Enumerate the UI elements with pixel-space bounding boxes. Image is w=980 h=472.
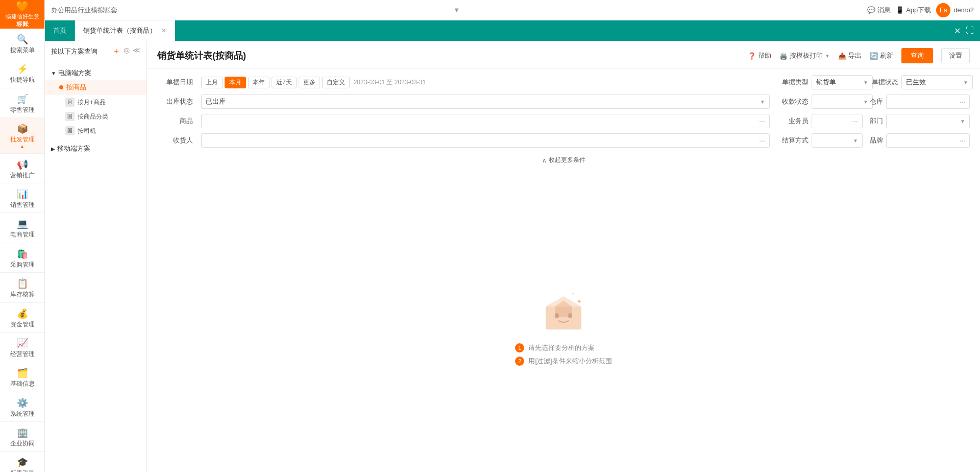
logo-name: 标账 <box>16 20 29 29</box>
date-btn-last-7-days[interactable]: 近7天 <box>272 77 297 88</box>
template-print-btn[interactable]: 🖨️ 按模板打印 ▼ <box>779 51 830 60</box>
user-avatar: Ea <box>936 3 950 17</box>
help-btn[interactable]: ❓ 帮助 <box>748 51 771 60</box>
date-btn-last-month[interactable]: 上月 <box>201 77 223 88</box>
receiver-input[interactable]: ··· <box>201 133 770 148</box>
sidebar-label-purchase: 采购管理 <box>10 261 35 268</box>
department-group: 部门 ▼ <box>868 114 970 128</box>
scheme-add-icon[interactable]: ＋ <box>112 46 120 57</box>
export-btn[interactable]: 📤 导出 <box>838 51 862 60</box>
step-2-num: 2 <box>515 357 524 366</box>
template-print-chevron-icon: ▼ <box>825 53 830 59</box>
payment-method-chevron-icon: ▼ <box>853 138 858 144</box>
sidebar-label-ecommerce: 电商管理 <box>10 231 35 238</box>
message-btn[interactable]: 💬 消息 <box>867 6 891 15</box>
sidebar-item-retail[interactable]: 🛒 零售管理 <box>0 88 45 118</box>
sidebar-label-retail: 零售管理 <box>10 106 35 113</box>
scheme-edit-icon[interactable]: ◎ <box>124 46 130 57</box>
tab-home[interactable]: 首页 <box>45 20 75 41</box>
sidebar-label-inventory: 库存核算 <box>10 291 35 298</box>
account-dropdown-icon[interactable]: ▼ <box>453 6 460 14</box>
scheme-item-by-month-product[interactable]: 月 按月+商品 <box>45 95 146 109</box>
sidebar-item-search-menu[interactable]: 🔍 搜索菜单 <box>0 29 45 58</box>
doc-status-select[interactable]: 已生效 ▼ <box>901 75 973 89</box>
tab-fullscreen-icon[interactable]: ⛶ <box>966 26 974 35</box>
message-label: 消息 <box>877 6 891 15</box>
date-btn-more[interactable]: 更多 <box>299 77 320 88</box>
sidebar-item-ecommerce[interactable]: 💻 电商管理 <box>0 213 45 243</box>
sidebar-item-newbie[interactable]: 🎓 新手引导 <box>0 452 45 472</box>
date-btn-this-year[interactable]: 本年 <box>248 77 270 88</box>
app-download-label: App下载 <box>906 6 931 15</box>
date-label: 单据日期 <box>157 78 193 87</box>
out-status-select[interactable]: 已出库 ▼ <box>201 95 770 109</box>
user-menu-btn[interactable]: Ea demo2 <box>936 3 974 17</box>
ecommerce-icon: 💻 <box>17 218 28 229</box>
user-name-label: demo2 <box>953 6 974 14</box>
doc-type-label: 单据类型 <box>778 78 808 87</box>
sidebar-item-quick-nav[interactable]: ⚡ 快捷导航 <box>0 58 45 88</box>
warehouse-select[interactable]: ··· <box>886 95 970 109</box>
tab-close-all-icon[interactable]: ✕ <box>954 26 961 36</box>
doc-type-select[interactable]: 销货单 ▼ <box>812 75 873 89</box>
settings-btn[interactable]: 设置 <box>941 48 970 63</box>
app-download-btn[interactable]: 📱 App下载 <box>896 6 931 15</box>
collapse-btn[interactable]: ∧ 收起更多条件 <box>157 153 970 168</box>
tab-close-icon[interactable]: ✕ <box>161 27 166 34</box>
supplier-icon: 国 <box>65 126 75 135</box>
sidebar-item-wholesale[interactable]: 📦 批发管理 ▲ <box>0 118 45 153</box>
date-btn-this-month[interactable]: 本月 <box>225 77 246 88</box>
sidebar-item-inventory[interactable]: 📋 库存核算 <box>0 273 45 302</box>
sidebar-item-finance[interactable]: 💰 资金管理 <box>0 303 45 333</box>
scheme-collapse-icon[interactable]: ≪ <box>133 46 140 57</box>
sidebar-item-operation[interactable]: 📈 经营管理 <box>0 333 45 362</box>
message-icon: 💬 <box>867 6 875 14</box>
department-select[interactable]: ▼ <box>886 114 970 128</box>
scheme-item-by-category[interactable]: 国 按商品分类 <box>45 109 146 124</box>
scheme-item-by-product-label: 按商品 <box>66 83 86 92</box>
brand-select[interactable]: ··· <box>886 133 970 148</box>
marketing-icon: 📢 <box>17 159 28 170</box>
product-control: ··· <box>201 114 770 128</box>
salesperson-select[interactable]: ··· <box>812 114 863 128</box>
logo-icon: 🧡 <box>16 0 29 12</box>
tab-sales-stats[interactable]: 销货单统计表（按商品） ✕ <box>75 20 175 41</box>
refresh-btn[interactable]: 🔄 刷新 <box>870 51 893 60</box>
page-title-actions: ❓ 帮助 🖨️ 按模板打印 ▼ 📤 导出 🔄 刷新 <box>748 48 970 63</box>
department-label: 部门 <box>868 116 883 126</box>
date-btn-custom[interactable]: 自定义 <box>322 77 350 88</box>
scheme-item-by-product[interactable]: 按商品 <box>45 80 146 95</box>
sidebar-label-enterprise: 企业协同 <box>10 440 35 447</box>
scheme-panel-header: 按以下方案查询 ＋ ◎ ≪ <box>45 41 146 62</box>
search-btn[interactable]: 查询 <box>901 48 933 63</box>
scheme-header-title: 按以下方案查询 <box>51 47 97 56</box>
sidebar-item-sales[interactable]: 📊 销售管理 <box>0 183 45 213</box>
mobile-group-chevron-icon: ▶ <box>51 146 55 152</box>
sidebar-item-system[interactable]: ⚙️ 系统管理 <box>0 392 45 422</box>
sidebar-label-marketing: 营销推广 <box>10 172 35 179</box>
system-icon: ⚙️ <box>17 397 28 409</box>
scheme-desktop-group[interactable]: ▼ 电脑端方案 <box>45 66 146 80</box>
svg-point-5 <box>568 313 572 318</box>
warehouse-group: 仓库 ··· <box>868 95 970 109</box>
scheme-item-by-category-label: 按商品分类 <box>78 112 108 121</box>
page-title-bar: 销货单统计表(按商品) ❓ 帮助 🖨️ 按模板打印 ▼ 📤 导出 <box>147 41 980 69</box>
scheme-mobile-group[interactable]: ▶ 移动端方案 <box>45 142 146 155</box>
salesperson-dots-icon: ··· <box>852 117 858 125</box>
sidebar-item-marketing[interactable]: 📢 营销推广 <box>0 154 45 183</box>
product-select[interactable]: ··· <box>201 114 770 128</box>
sidebar-item-basic[interactable]: 🗂️ 基础信息 <box>0 362 45 392</box>
template-print-icon: 🖨️ <box>779 52 788 60</box>
sidebar-item-enterprise[interactable]: 🏢 企业协同 <box>0 422 45 452</box>
help-label: 帮助 <box>758 51 771 60</box>
pay-status-select[interactable]: ▼ <box>812 95 873 109</box>
sidebar-label-search-menu: 搜索菜单 <box>10 46 35 54</box>
step-2-label: 用[过滤]条件来缩小分析范围 <box>528 357 611 366</box>
sidebar-label-system: 系统管理 <box>10 410 35 417</box>
sidebar-item-purchase[interactable]: 🛍️ 采购管理 <box>0 243 45 273</box>
purchase-icon: 🛍️ <box>17 248 28 259</box>
out-status-label: 出库状态 <box>157 97 193 106</box>
brand-label: 品牌 <box>868 136 883 145</box>
payment-method-select[interactable]: ▼ <box>812 133 863 148</box>
scheme-item-by-supplier[interactable]: 国 按司机 <box>45 124 146 138</box>
